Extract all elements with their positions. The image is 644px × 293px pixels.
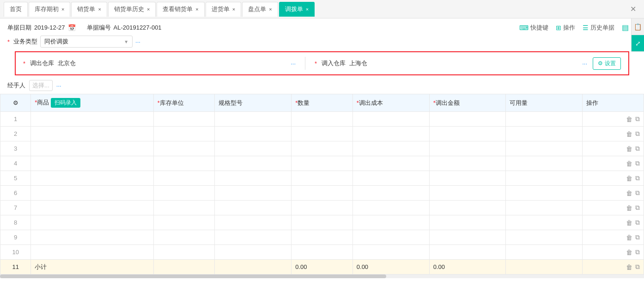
th-settings[interactable]: ⚙ (0, 94, 31, 112)
delete-icon[interactable]: 🗑 (626, 175, 632, 182)
in-warehouse-more-btn[interactable]: ··· (582, 60, 587, 67)
close-icon[interactable]: × (232, 6, 235, 12)
copy-icon[interactable]: ⧉ (635, 174, 640, 182)
cell-product[interactable] (31, 245, 153, 260)
tab-home[interactable]: 首页 (4, 2, 28, 17)
cell-cost[interactable] (352, 112, 429, 127)
close-icon[interactable]: × (269, 6, 272, 12)
cell-product[interactable] (31, 141, 153, 156)
cell-product[interactable] (31, 186, 153, 201)
delete-icon[interactable]: 🗑 (626, 116, 632, 123)
cell-cost[interactable] (352, 245, 429, 260)
cell-qty[interactable] (292, 245, 353, 260)
copy-icon[interactable]: ⧉ (635, 219, 640, 226)
cell-spec[interactable] (215, 156, 292, 171)
tab-view-sales[interactable]: 查看销货单 × (157, 2, 204, 17)
cell-unit[interactable] (153, 245, 215, 260)
cell-avail[interactable] (506, 127, 583, 141)
cell-qty[interactable] (292, 112, 353, 127)
tab-purchase-order[interactable]: 进货单 × (206, 2, 241, 17)
cell-amount[interactable] (429, 186, 506, 201)
operate-btn[interactable]: ⊞ 操作 (556, 24, 575, 32)
tab-inventory-check[interactable]: 盘点单 × (242, 2, 278, 17)
cell-avail[interactable] (506, 245, 583, 260)
cell-amount[interactable] (429, 127, 506, 141)
history-btn[interactable]: ☰ 历史单据 (583, 24, 614, 32)
delete-icon[interactable]: 🗑 (626, 204, 632, 212)
copy-icon[interactable]: ⧉ (635, 263, 640, 271)
cell-avail[interactable] (506, 186, 583, 201)
agent-select[interactable]: 选择... (29, 80, 53, 91)
cell-unit[interactable] (153, 201, 215, 215)
cell-avail[interactable] (506, 112, 583, 127)
close-icon[interactable]: × (147, 6, 150, 12)
cell-amount[interactable] (429, 215, 506, 230)
list-view-icon[interactable]: ▤ (622, 23, 629, 32)
cell-qty[interactable] (292, 156, 353, 171)
tab-sales-history[interactable]: 销货单历史 × (108, 2, 156, 17)
cell-avail[interactable] (506, 156, 583, 171)
cell-product[interactable] (31, 156, 153, 171)
cell-spec[interactable] (215, 201, 292, 215)
cell-unit[interactable] (153, 127, 215, 141)
cell-amount[interactable] (429, 156, 506, 171)
cell-unit[interactable] (153, 171, 215, 186)
copy-icon[interactable]: ⧉ (635, 130, 640, 138)
cell-cost[interactable] (352, 186, 429, 201)
copy-icon[interactable]: ⧉ (635, 248, 640, 256)
agent-more-btn[interactable]: ··· (56, 82, 61, 89)
tab-transfer-order[interactable]: 调拨单 × (279, 2, 315, 17)
cell-cost[interactable] (352, 201, 429, 215)
cell-spec[interactable] (215, 171, 292, 186)
cell-unit[interactable] (153, 186, 215, 201)
cell-amount[interactable] (429, 112, 506, 127)
delete-icon[interactable]: 🗑 (626, 189, 632, 197)
delete-icon[interactable]: 🗑 (626, 249, 632, 256)
copy-icon[interactable]: ⧉ (635, 189, 640, 197)
cell-product[interactable] (31, 171, 153, 186)
settings-button[interactable]: ⚙ 设置 (593, 57, 621, 70)
cell-unit[interactable] (153, 112, 215, 127)
cell-unit[interactable] (153, 215, 215, 230)
cell-cost[interactable] (352, 230, 429, 245)
cell-avail[interactable] (506, 201, 583, 215)
cell-cost[interactable] (352, 127, 429, 141)
cell-product[interactable] (31, 201, 153, 215)
delete-icon[interactable]: 🗑 (626, 145, 632, 153)
cell-cost[interactable] (352, 156, 429, 171)
cell-spec[interactable] (215, 112, 292, 127)
cell-avail[interactable] (506, 230, 583, 245)
copy-icon[interactable]: ⧉ (635, 233, 640, 241)
copy-icon[interactable]: ⧉ (635, 159, 640, 167)
tab-sales-order[interactable]: 销货单 × (71, 2, 107, 17)
cell-product[interactable] (31, 127, 153, 141)
cell-qty[interactable] (292, 215, 353, 230)
delete-icon[interactable]: 🗑 (626, 234, 632, 241)
cell-spec[interactable] (215, 127, 292, 141)
cell-amount[interactable] (429, 141, 506, 156)
cell-amount[interactable] (429, 171, 506, 186)
biz-type-select[interactable]: 同价调拨 ▼ (40, 36, 133, 48)
horizontal-scrollbar[interactable] (0, 275, 644, 278)
cell-spec[interactable] (215, 230, 292, 245)
cell-spec[interactable] (215, 215, 292, 230)
copy-icon[interactable]: ⧉ (635, 204, 640, 212)
cell-spec[interactable] (215, 245, 292, 260)
copy-icon[interactable]: ⧉ (635, 115, 640, 123)
scrollbar-thumb[interactable] (0, 275, 386, 278)
shortcut-btn[interactable]: ⌨ 快捷键 (519, 24, 548, 32)
cell-product[interactable] (31, 230, 153, 245)
delete-icon[interactable]: 🗑 (626, 160, 632, 167)
cell-amount[interactable] (429, 201, 506, 215)
cell-qty[interactable] (292, 186, 353, 201)
cell-qty[interactable] (292, 127, 353, 141)
out-warehouse-more-btn[interactable]: ··· (291, 60, 296, 67)
cell-unit[interactable] (153, 141, 215, 156)
close-icon[interactable]: × (306, 6, 309, 12)
cell-spec[interactable] (215, 186, 292, 201)
cell-unit[interactable] (153, 230, 215, 245)
cell-avail[interactable] (506, 171, 583, 186)
cell-cost[interactable] (352, 171, 429, 186)
delete-icon[interactable]: 🗑 (626, 219, 632, 226)
tab-inventory-init[interactable]: 库存期初 × (29, 2, 70, 17)
